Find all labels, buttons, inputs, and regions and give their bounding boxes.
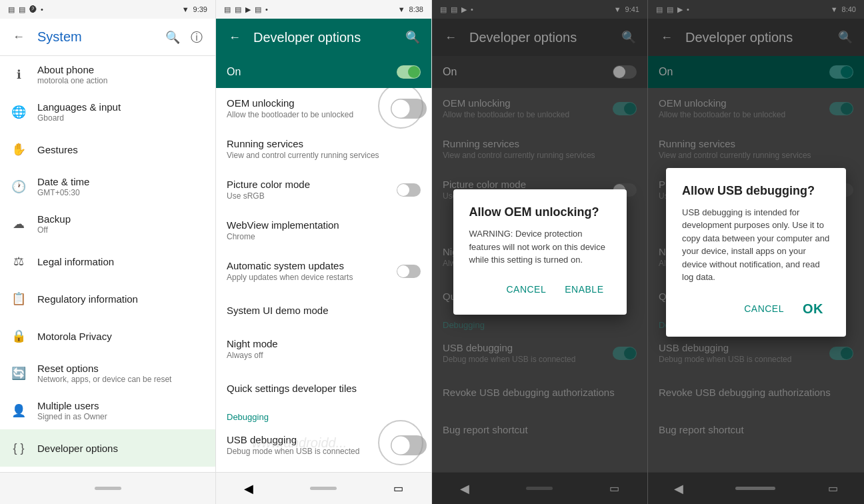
on-bar-2[interactable]: On [216,56,431,88]
status-right-1: ▼ 9:39 [182,5,207,13]
panel-usb-dialog: ▤ ▤ ▶ • ▼ 8:40 ← Developer options 🔍 On … [648,0,864,504]
notif-icon-2b: ▤ [235,5,241,14]
notif-icon-2e: • [265,5,268,13]
reset-sublabel: Network, apps, or device can be reset [37,375,171,384]
reset-icon: 🔄 [11,365,27,381]
sidebar-item-gestures[interactable]: ✋ Gestures [0,131,215,168]
motorola-privacy-label: Motorola Privacy [37,331,112,342]
notif-icon-2a: ▤ [224,5,231,14]
usb-ok-btn[interactable]: OK [796,297,830,321]
oem-enable-btn[interactable]: Enable [558,280,610,299]
setting-oem-unlocking[interactable]: OEM unlocking Allow the bootloader to be… [216,88,431,129]
date-time-icon: 🕐 [11,179,27,195]
gestures-icon: ✋ [11,141,27,157]
time-1: 9:39 [193,5,207,13]
appbar-2: ← Developer options 🔍 [216,19,431,56]
oem-dialog: Allow OEM unlocking? WARNING: Device pro… [453,189,627,315]
setting-usb-debugging-2[interactable]: USB debugging Debug mode when USB is con… [216,425,431,465]
nav-back-2[interactable]: ◀ [244,481,253,496]
help-icon-1[interactable]: ⓘ [189,29,205,45]
sidebar-item-languages[interactable]: 🌐 Languages & input Gboard [0,93,215,131]
appbar-icons-1: 🔍 ⓘ [165,29,205,45]
notif-icon-2c: ▶ [245,5,251,14]
usb-dialog: Allow USB debugging? USB debugging is in… [666,168,846,337]
setting-running-services[interactable]: Running services View and control curren… [216,129,431,169]
date-time-sublabel: GMT+05:30 [37,188,89,197]
settings-list-2: OEM unlocking Allow the bootloader to be… [216,88,431,472]
circle-highlight-usb [378,420,423,465]
sidebar-item-users[interactable]: 👤 Multiple users Signed in as Owner [0,392,215,429]
panel-oem-dialog: ▤ ▤ ▶ • ▼ 9:41 ← Developer options 🔍 On … [432,0,648,504]
nav-square-2[interactable]: ▭ [393,482,403,495]
setting-auto-updates[interactable]: Automatic system updates Apply updates w… [216,251,431,291]
status-bar-1: ▤ ▤ 🅟 • ▼ 9:39 [0,0,215,19]
status-right-2: ▼ 8:38 [398,5,423,13]
sidebar-item-about[interactable]: ℹ About phone motorola one action [0,56,215,93]
sidebar-item-backup[interactable]: ☁ Backup Off [0,205,215,243]
languages-label: Languages & input [37,101,121,113]
back-icon-2[interactable]: ← [227,29,243,45]
sidebar-item-reset[interactable]: 🔄 Reset options Network, apps, or device… [0,355,215,392]
auto-updates-toggle-2[interactable] [397,265,421,278]
appbar-title-1: System [37,29,154,45]
time-2: 8:38 [409,5,423,13]
backup-sublabel: Off [37,225,71,235]
status-bar-2: ▤ ▤ ▶ ▤ • ▼ 8:38 [216,0,431,19]
regulatory-icon: 📋 [11,291,27,307]
setting-system-ui[interactable]: System UI demo mode [216,291,431,329]
on-label-2: On [227,66,241,78]
panel-system-settings: ▤ ▤ 🅟 • ▼ 9:39 ← System 🔍 ⓘ ℹ About phon… [0,0,216,504]
setting-revoke-usb-2[interactable]: Revoke USB debugging authorizations [216,465,431,472]
notification-icon-1: ▤ [8,5,15,14]
sidebar-item-system-updates[interactable]: 📱 System updates Updated to Android 9 [0,467,215,472]
developer-label: Developer options [37,443,118,454]
sidebar-item-legal[interactable]: ⚖ Legal information [0,243,215,280]
wifi-icon-2: ▼ [398,5,405,13]
appbar-1: ← System 🔍 ⓘ [0,19,215,56]
sidebar-item-motorola-privacy[interactable]: 🔒 Motorola Privacy [0,317,215,355]
notification-icon-2: ▤ [19,5,25,14]
picture-color-toggle-2[interactable] [397,183,421,197]
nav-handle-1 [95,487,121,490]
sidebar-item-developer[interactable]: { } Developer options [0,429,215,467]
bottom-nav-2: ◀ ▭ [216,472,431,504]
sidebar-item-date-time[interactable]: 🕐 Date & time GMT+05:30 [0,168,215,205]
nav-handle-2 [310,487,337,490]
setting-webview[interactable]: WebView implementation Chrome [216,210,431,251]
gestures-label: Gestures [37,144,78,155]
legal-icon: ⚖ [11,253,27,269]
users-label: Multiple users [37,400,107,411]
status-icons-left: ▤ ▤ 🅟 • [8,5,43,14]
sidebar-item-regulatory[interactable]: 📋 Regulatory information [0,280,215,317]
appbar-title-2: Developer options [253,30,394,45]
circle-highlight-oem [378,88,423,129]
back-icon-1[interactable]: ← [11,29,27,45]
usb-cancel-btn[interactable]: Cancel [737,297,791,321]
setting-quick-tiles[interactable]: Quick settings developer tiles [216,369,431,407]
users-sublabel: Signed in as Owner [37,412,107,421]
about-icon: ℹ [11,67,27,83]
search-icon-2[interactable]: 🔍 [405,29,421,45]
dialog-overlay-4: Allow USB debugging? USB debugging is in… [648,0,864,504]
panel-developer-options-1: ▤ ▤ ▶ ▤ • ▼ 8:38 ← Developer options 🔍 O… [216,0,432,504]
sidebar-list: ℹ About phone motorola one action 🌐 Lang… [0,56,215,472]
usb-dialog-body: USB debugging is intended for developmen… [682,206,830,284]
search-icon-1[interactable]: 🔍 [165,29,181,45]
on-toggle-2[interactable] [397,65,421,79]
backup-label: Backup [37,213,71,225]
languages-sublabel: Gboard [37,113,121,123]
setting-night-mode[interactable]: Night mode Always off [216,329,431,369]
appbar-icons-2: 🔍 [405,29,421,45]
about-label: About phone [37,64,107,75]
reset-label: Reset options [37,363,171,374]
oem-cancel-btn[interactable]: Cancel [499,280,553,299]
setting-picture-color[interactable]: Picture color mode Use sRGB [216,169,431,210]
date-time-label: Date & time [37,176,89,187]
motorola-privacy-icon: 🔒 [11,328,27,344]
users-icon: 👤 [11,403,27,419]
wifi-icon-1: ▼ [182,5,189,13]
status-left-2: ▤ ▤ ▶ ▤ • [224,5,268,14]
regulatory-label: Regulatory information [37,293,138,305]
oem-dialog-actions: Cancel Enable [469,280,611,299]
usb-dialog-actions: Cancel OK [682,297,830,321]
